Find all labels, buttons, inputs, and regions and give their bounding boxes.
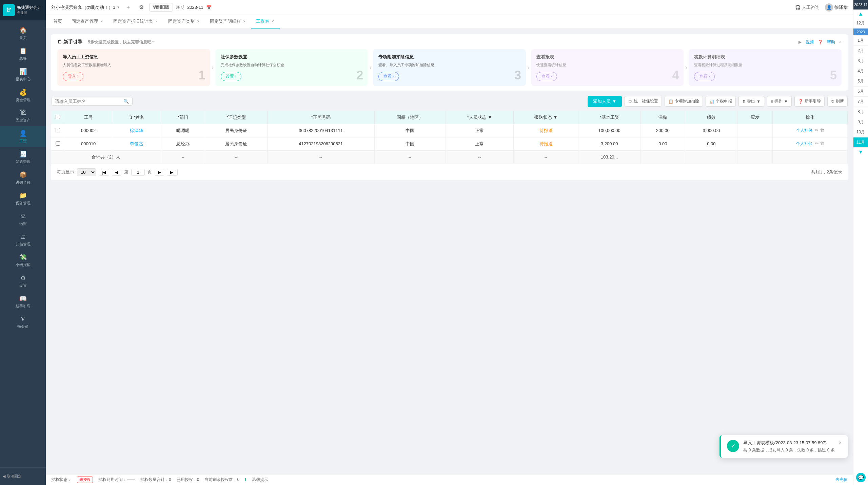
last-page-btn[interactable]: ▶| xyxy=(167,169,177,176)
month-5[interactable]: 5月 xyxy=(853,76,868,87)
first-page-btn[interactable]: |◀ xyxy=(99,169,109,176)
year-2023-label[interactable]: 2023 xyxy=(853,29,868,36)
sidebar-item-payroll[interactable]: 👤 工资 xyxy=(0,126,46,147)
year-down-btn[interactable]: ▼ xyxy=(857,148,865,156)
cancel-fixed-btn[interactable]: ◀ 取消固定 xyxy=(0,471,46,482)
newbie-guide-btn[interactable]: ❓ 新手引导 xyxy=(794,96,825,107)
sidebar-item-tax[interactable]: 📁 税务管理 xyxy=(0,188,46,209)
year-nav: 12月 2023 1月 2月 3月 4月 5月 6月 7月 8月 9月 10月 … xyxy=(853,18,868,148)
row-2-edit-icon[interactable]: ✏ xyxy=(815,141,818,146)
page-size-select[interactable]: 10 20 50 100 xyxy=(77,168,96,176)
row-1-edit-icon[interactable]: ✏ xyxy=(815,128,818,133)
tab-assets-close-icon[interactable]: × xyxy=(99,19,104,24)
month-8[interactable]: 8月 xyxy=(853,107,868,117)
sidebar-item-guide[interactable]: 📖 新手引导 xyxy=(0,292,46,312)
sidebar-item-ledger[interactable]: 📋 总账 xyxy=(0,44,46,64)
tab-payroll-close-icon[interactable]: × xyxy=(271,19,275,24)
sidebar-item-inventory[interactable]: 📦 进销台账 xyxy=(0,168,46,188)
feedback-icon[interactable]: 💬 xyxy=(856,473,866,482)
month-3[interactable]: 3月 xyxy=(853,56,868,66)
month-6[interactable]: 6月 xyxy=(853,87,868,97)
tab-category[interactable]: 固定资产类别 × xyxy=(163,15,205,29)
tab-depreciation-close-icon[interactable]: × xyxy=(154,19,159,24)
sidebar-item-member[interactable]: V 畅会员 xyxy=(0,312,46,333)
tab-detail[interactable]: 固定资产明细账 × xyxy=(205,15,251,29)
switch-version-btn[interactable]: 切到旧版 xyxy=(149,3,173,12)
row-2-name-link[interactable]: 李俊杰 xyxy=(130,141,143,146)
toolbar: 🔍 添加人员 ▼ 🛡 统一社保设置 📋 专项附加扣除 📊 个税申报 xyxy=(51,96,848,107)
video-label[interactable]: 视频 xyxy=(806,39,814,45)
add-account-btn[interactable]: ＋ xyxy=(123,2,134,12)
search-box[interactable]: 🔍 xyxy=(51,97,133,106)
sidebar-item-reports[interactable]: 📊 报表中心 xyxy=(0,64,46,85)
row-1-name-link[interactable]: 徐泽华 xyxy=(130,128,143,133)
row-2-checkbox[interactable] xyxy=(56,141,60,146)
settings-quick-btn[interactable]: ⚙ xyxy=(136,3,146,12)
sidebar-item-reimbursement[interactable]: 💸 小畅报销 xyxy=(0,250,46,271)
service-btn[interactable]: 🎧 人工咨询 xyxy=(795,4,820,11)
report-filter-icon[interactable]: ▼ xyxy=(553,115,558,120)
sidebar-item-home[interactable]: 🏠 首页 xyxy=(0,23,46,44)
next-page-btn[interactable]: ▶ xyxy=(155,169,164,176)
step-4-btn[interactable]: 查看 › xyxy=(536,72,557,81)
sidebar-item-archive[interactable]: 🗂 归档管理 xyxy=(0,230,46,250)
operation-btn[interactable]: ≡ 操作 ▼ xyxy=(767,96,792,107)
tab-depreciation[interactable]: 固定资产折旧统计表 × xyxy=(108,15,163,29)
search-icon[interactable]: 🔍 xyxy=(123,99,129,104)
tax-report-btn[interactable]: 📊 个税申报 xyxy=(706,96,736,107)
guide-close-icon[interactable]: × xyxy=(839,40,842,44)
sort-icon[interactable]: ⇅ xyxy=(129,115,133,120)
row-checkbox-2[interactable] xyxy=(51,137,65,150)
tfoot-dash-6: -- xyxy=(514,150,578,164)
step-2-btn[interactable]: 设置 › xyxy=(221,72,241,81)
sidebar-item-funds[interactable]: 💰 资金管理 xyxy=(0,85,46,106)
prev-page-btn[interactable]: ◀ xyxy=(112,169,121,176)
row-2-delete-icon[interactable]: 🗑 xyxy=(820,141,824,146)
add-employee-btn[interactable]: 添加人员 ▼ xyxy=(588,96,622,107)
tab-detail-close-icon[interactable]: × xyxy=(242,19,246,24)
recharge-link[interactable]: 去充值 xyxy=(835,477,848,483)
account-selector[interactable]: 刘小艳演示账套（勿删勿动！）1 ▼ xyxy=(51,4,120,11)
sidebar-item-invoice[interactable]: 🧾 发票管理 xyxy=(0,147,46,168)
sidebar-label-funds: 资金管理 xyxy=(16,97,31,102)
tab-assets[interactable]: 固定资产管理 × xyxy=(67,15,108,29)
help-label[interactable]: 帮助 xyxy=(827,39,835,45)
month-9[interactable]: 9月 xyxy=(853,117,868,127)
status-filter-icon[interactable]: ▼ xyxy=(488,115,492,120)
month-10[interactable]: 10月 xyxy=(853,127,868,137)
step-1-btn[interactable]: 导入 › xyxy=(63,72,83,81)
select-all-checkbox[interactable] xyxy=(56,115,60,119)
operation-dropdown-icon: ▼ xyxy=(784,99,788,104)
sidebar-item-settings[interactable]: ⚙ 设置 xyxy=(0,271,46,292)
step-5-btn[interactable]: 查看 › xyxy=(694,72,715,81)
sidebar-item-assets[interactable]: 🏗 固定资产 xyxy=(0,106,46,126)
guide-header: 🗒 新手引导 5步快速完成设置，快去完善信息吧 ~ ▶ 视频 ❓ 帮助 × xyxy=(57,39,842,45)
row-checkbox-1[interactable] xyxy=(51,124,65,137)
row-2-social-link[interactable]: 个人社保 xyxy=(796,141,812,146)
export-btn[interactable]: ⬆ 导出 ▼ xyxy=(738,96,764,107)
refresh-btn[interactable]: ↻ 刷新 xyxy=(827,96,848,107)
month-4[interactable]: 4月 xyxy=(853,66,868,76)
step-3-num: 3 xyxy=(514,68,521,82)
row-1-delete-icon[interactable]: 🗑 xyxy=(820,128,824,133)
tab-category-close-icon[interactable]: × xyxy=(196,19,200,24)
month-1[interactable]: 1月 xyxy=(853,36,868,46)
tab-home[interactable]: 首页 xyxy=(48,15,67,29)
user-info[interactable]: 👤 徐泽华 xyxy=(825,3,848,12)
page-input[interactable] xyxy=(131,169,145,176)
month-2[interactable]: 2月 xyxy=(853,46,868,56)
social-insurance-btn[interactable]: 🛡 统一社保设置 xyxy=(625,96,662,107)
search-input[interactable] xyxy=(55,99,121,104)
month-11-active[interactable]: 11月 xyxy=(853,137,868,148)
tab-payroll[interactable]: 工资表 × xyxy=(251,15,280,29)
step-3-btn[interactable]: 查看 › xyxy=(378,72,399,81)
month-7[interactable]: 7月 xyxy=(853,97,868,107)
year-up-btn[interactable]: ▲ xyxy=(857,10,865,18)
sidebar-item-close[interactable]: ⚖ 结账 xyxy=(0,209,46,230)
month-12[interactable]: 12月 xyxy=(853,18,868,29)
row-1-checkbox[interactable] xyxy=(56,128,60,132)
row-1-social-link[interactable]: 个人社保 xyxy=(796,128,812,133)
calendar-icon[interactable]: 📅 xyxy=(206,5,212,10)
deduction-btn[interactable]: 📋 专项附加扣除 xyxy=(665,96,703,107)
toast-close-icon[interactable]: × xyxy=(839,440,842,445)
